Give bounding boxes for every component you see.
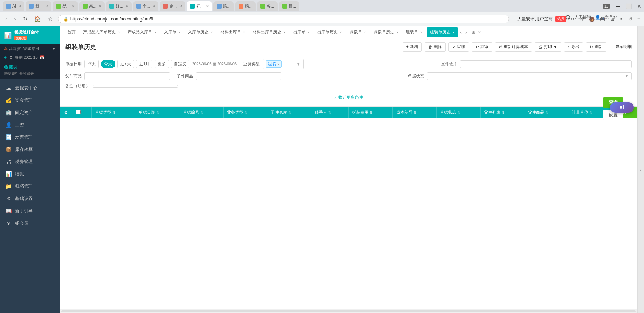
tab-close-all-icon[interactable]: ✕ bbox=[478, 30, 481, 35]
biz-type-dropdown-icon[interactable]: ▼ bbox=[296, 62, 300, 67]
col-child-warehouse[interactable]: 子件仓库⇅ bbox=[267, 107, 311, 118]
app-tab-assembly[interactable]: 组装单 × bbox=[402, 27, 426, 37]
col-number[interactable]: 单据编号⇅ bbox=[179, 107, 223, 118]
tab-close-icon[interactable]: × bbox=[364, 30, 366, 34]
forward-button[interactable]: › bbox=[13, 15, 17, 24]
calendar-icon[interactable]: 📅 bbox=[40, 55, 44, 60]
browser-tab-2[interactable]: 易... × bbox=[53, 1, 78, 11]
table-settings-col[interactable]: ⚙ bbox=[60, 107, 72, 118]
col-handler[interactable]: 经手人⇅ bbox=[311, 107, 348, 118]
tab-close-icon[interactable]: × bbox=[206, 4, 209, 8]
sidebar-item-invoice[interactable]: 🧾 发票管理 bbox=[0, 131, 60, 143]
app-tab-transfer-history[interactable]: 调拨单历史 × bbox=[370, 27, 402, 37]
right-panel-toggle[interactable]: › bbox=[637, 26, 644, 313]
col-biz-type[interactable]: 业务类型⇅ bbox=[223, 107, 267, 118]
child-goods-input[interactable]: ... bbox=[196, 72, 281, 80]
col-cost-diff[interactable]: 成本差异⇅ bbox=[392, 107, 437, 118]
menu-icon[interactable]: ≡ bbox=[637, 16, 640, 22]
scrollbar[interactable] bbox=[60, 309, 637, 313]
app-tab-instock-history[interactable]: 入库单历史 × bbox=[185, 27, 216, 37]
export-button[interactable]: ↑ 导出 bbox=[564, 42, 583, 52]
abandon-button[interactable]: ↩ 弃审 bbox=[472, 42, 492, 52]
browser-tab-3[interactable]: 易... × bbox=[79, 1, 105, 11]
tab-close-icon[interactable]: × bbox=[308, 30, 310, 34]
close-button[interactable]: ✕ bbox=[637, 3, 641, 9]
sidebar-item-fixed-assets[interactable]: 🏢 固定资产 bbox=[0, 106, 60, 119]
sidebar-item-cloud-reports[interactable]: ☁ 云报表中心 bbox=[0, 82, 60, 94]
yesterday-btn[interactable]: 昨天 bbox=[84, 60, 99, 68]
browser-tab-1[interactable]: 新... × bbox=[26, 1, 51, 11]
tab-close-icon[interactable]: × bbox=[396, 30, 398, 34]
tab-close-icon[interactable]: × bbox=[283, 30, 285, 34]
col-disassembly-cost[interactable]: 拆装费用⇅ bbox=[349, 107, 393, 118]
audit-button[interactable]: ✓ 审核 bbox=[448, 42, 469, 52]
app-tab-material-outstock[interactable]: 材料出库单 × bbox=[217, 27, 249, 37]
parent-warehouse-input[interactable]: ... bbox=[460, 60, 632, 68]
scrollbar-track[interactable] bbox=[61, 310, 636, 312]
app-tab-instock[interactable]: 入库单 × bbox=[161, 27, 184, 37]
consult-label[interactable]: 人工咨询 bbox=[575, 14, 591, 20]
parent-goods-more[interactable]: ... bbox=[163, 74, 167, 79]
app-tab-outstock-history[interactable]: 出库单历史 × bbox=[314, 27, 345, 37]
tab-close-icon[interactable]: × bbox=[154, 30, 156, 34]
col-type[interactable]: 单据类型⇅ bbox=[91, 107, 135, 118]
tab-close-icon[interactable]: × bbox=[453, 30, 455, 34]
tab-close-icon[interactable]: × bbox=[126, 4, 128, 8]
tab-scroll-left[interactable]: ‹ bbox=[459, 30, 463, 35]
settings-icon[interactable]: ⚙ bbox=[9, 55, 13, 60]
child-goods-more[interactable]: ... bbox=[275, 74, 278, 79]
col-parent-goods[interactable]: 父件商品⇅ bbox=[524, 107, 568, 118]
browser-tab-9[interactable]: 畅... bbox=[235, 1, 256, 11]
sidebar-item-checkout[interactable]: 📊 结账 bbox=[0, 168, 60, 180]
app-tab-outstock[interactable]: 出库单 × bbox=[290, 27, 313, 37]
collapse-button[interactable]: ∧ 收起更多条件 bbox=[65, 93, 632, 102]
tab-close-icon[interactable]: × bbox=[178, 30, 180, 34]
delete-button[interactable]: 🗑 删除 bbox=[425, 42, 446, 52]
sidebar-item-salary[interactable]: 👤 工资 bbox=[0, 119, 60, 131]
tab-close-icon[interactable]: × bbox=[179, 4, 182, 8]
order-status-dropdown-icon[interactable]: ▼ bbox=[625, 74, 629, 79]
refresh-button[interactable]: ↻ 刷新 bbox=[586, 42, 606, 52]
app-tab-material-outstock-history[interactable]: 材料出库单历史 × bbox=[249, 27, 289, 37]
minimize-button[interactable]: — bbox=[616, 3, 620, 9]
sidebar-item-fund-management[interactable]: 💰 资金管理 bbox=[0, 94, 60, 106]
order-status-select[interactable]: ▼ bbox=[427, 72, 632, 80]
tab-scroll-right[interactable]: › bbox=[464, 30, 468, 35]
tab-close-icon[interactable]: × bbox=[243, 30, 245, 34]
tab-close-icon[interactable]: × bbox=[211, 30, 213, 34]
ai-bubble[interactable]: Ai bbox=[610, 102, 634, 113]
sidebar-item-tax[interactable]: 🖨 税务管理 bbox=[0, 156, 60, 168]
undo-icon[interactable]: ↺ bbox=[628, 16, 632, 22]
tab-close-icon[interactable]: × bbox=[420, 30, 422, 34]
app-tab-transfer[interactable]: 调拨单 × bbox=[346, 27, 370, 37]
app-tab-home[interactable]: 首页 bbox=[64, 27, 79, 37]
browser-tab-10[interactable]: 各... bbox=[257, 1, 278, 11]
browser-tab-4[interactable]: 好... × bbox=[106, 1, 131, 11]
tab-close-icon[interactable]: × bbox=[45, 4, 48, 8]
sidebar-item-settings[interactable]: ⚙ 基础设置 bbox=[0, 193, 60, 205]
tab-close-icon[interactable]: × bbox=[99, 4, 101, 8]
tab-more-icon[interactable]: ⊞ bbox=[472, 30, 475, 35]
parent-warehouse-more[interactable]: ... bbox=[463, 62, 467, 67]
app-tab-product-instock[interactable]: 产成品入库单 × bbox=[124, 27, 160, 37]
tab-close-icon[interactable]: × bbox=[118, 30, 120, 34]
app-tab-product-instock-history[interactable]: 产成品入库单历史 × bbox=[80, 27, 123, 37]
dropdown-icon[interactable]: ▼ bbox=[52, 47, 56, 51]
print-dropdown-icon[interactable]: ▼ bbox=[553, 45, 558, 49]
col-order-status[interactable]: 单据状态⇅ bbox=[437, 107, 481, 118]
biz-type-tag-close[interactable]: × bbox=[277, 62, 279, 66]
table-checkbox-col[interactable] bbox=[72, 107, 91, 118]
sidebar-item-archive[interactable]: 📁 归档管理 bbox=[0, 180, 60, 193]
custom-date-btn[interactable]: 自定义 bbox=[171, 60, 189, 68]
col-date[interactable]: 单据日期⇅ bbox=[135, 107, 179, 118]
browser-tab-8[interactable]: 腾... bbox=[213, 1, 234, 11]
last7days-btn[interactable]: 近7天 bbox=[117, 60, 134, 68]
back-button[interactable]: ‹ bbox=[4, 15, 9, 24]
star-button[interactable]: ☆ bbox=[46, 14, 54, 24]
tab-close-icon[interactable]: × bbox=[19, 4, 21, 8]
sidebar-item-inventory[interactable]: 📦 库存核算 bbox=[0, 143, 60, 156]
browser-tab-active[interactable]: 好... × bbox=[187, 1, 212, 11]
maximize-button[interactable]: ⬜ bbox=[626, 3, 632, 9]
browser-tab-11[interactable]: 目... bbox=[279, 1, 299, 11]
new-tab-button[interactable]: + bbox=[301, 2, 309, 10]
